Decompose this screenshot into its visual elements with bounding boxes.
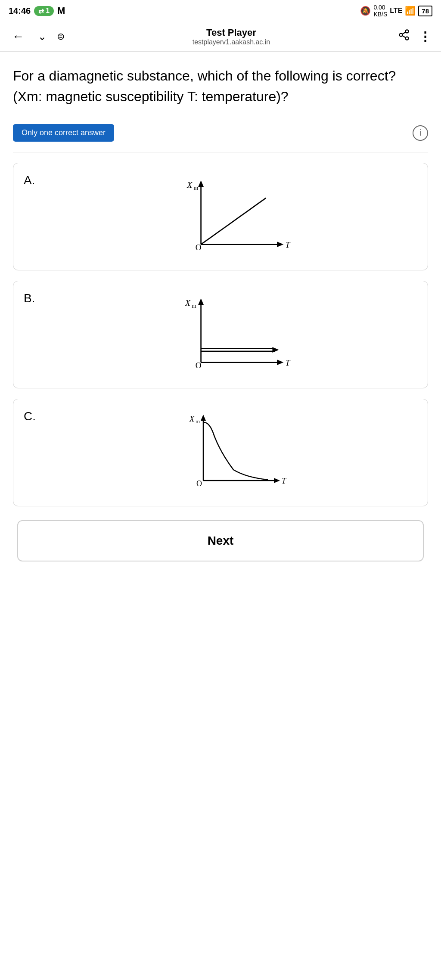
svg-text:m: m	[196, 418, 200, 425]
email-icon: M	[57, 5, 65, 16]
nav-title: Test Player	[206, 27, 256, 38]
status-bar: 14:46 ⇄ 1 M 🔕 0.00 KB/S LTE 📶 78	[0, 0, 441, 22]
battery-indicator: 78	[418, 6, 432, 16]
svg-text:O: O	[196, 243, 202, 252]
kb-label: 0.00 KB/S	[373, 4, 387, 18]
option-c-graph: X m T O	[50, 409, 417, 496]
svg-text:m: m	[192, 303, 196, 309]
graph-a: X m T O	[173, 174, 294, 260]
filter-icon[interactable]: ⊜	[57, 31, 65, 42]
svg-line-13	[201, 198, 266, 245]
signal-count: 1	[46, 7, 50, 15]
svg-line-4	[402, 32, 406, 34]
main-content: For a diamagnetic substance, which of th…	[0, 52, 441, 575]
svg-text:T: T	[282, 477, 287, 485]
options-container: A. X m T O	[13, 163, 428, 506]
status-left: 14:46 ⇄ 1 M	[9, 5, 65, 16]
network-type: LTE	[390, 7, 402, 15]
svg-line-3	[402, 36, 406, 38]
signal-bars-icon: 📶	[405, 6, 416, 16]
chevron-down-icon[interactable]: ⌄	[34, 29, 50, 44]
option-c-label: C.	[24, 409, 41, 423]
option-b-label: B.	[24, 292, 41, 305]
svg-point-0	[406, 30, 409, 33]
status-time: 14:46	[9, 6, 31, 16]
svg-marker-7	[198, 180, 204, 187]
svg-marker-27	[201, 415, 206, 421]
option-a-label: A.	[24, 174, 41, 187]
graph-c: X m T O	[173, 409, 294, 496]
svg-text:O: O	[196, 479, 202, 488]
svg-text:O: O	[196, 361, 202, 370]
answer-type-badge: Only one correct answer	[13, 124, 114, 142]
answer-type-row: Only one correct answer i	[13, 124, 428, 142]
option-b[interactable]: B. X m T O	[13, 281, 428, 388]
back-icon[interactable]: ←	[9, 28, 28, 45]
graph-b: X m T O	[173, 292, 294, 378]
svg-marker-8	[277, 242, 283, 247]
signal-icon: ⇄	[38, 7, 44, 15]
svg-text:X: X	[185, 298, 191, 307]
option-a[interactable]: A. X m T O	[13, 163, 428, 270]
svg-marker-28	[274, 478, 280, 483]
option-c[interactable]: C. X m T O	[13, 399, 428, 506]
nav-subtitle: testplayerv1.aakash.ac.in	[193, 38, 270, 46]
next-button-container: Next	[13, 520, 428, 561]
more-options-icon[interactable]: ⋮	[419, 29, 432, 44]
status-right: 🔕 0.00 KB/S LTE 📶 78	[360, 4, 432, 18]
mute-icon: 🔕	[360, 6, 371, 16]
svg-point-1	[400, 34, 403, 37]
svg-text:T: T	[286, 240, 291, 249]
svg-marker-17	[277, 360, 283, 365]
nav-bar: ← ⌄ ⊜ Test Player testplayerv1.aakash.ac…	[0, 22, 441, 52]
nav-right-icons: ⋮	[398, 29, 432, 44]
question-text: For a diamagnetic substance, which of th…	[13, 65, 428, 107]
share-icon[interactable]	[398, 29, 410, 44]
svg-point-2	[406, 37, 409, 40]
svg-text:T: T	[286, 358, 291, 367]
svg-text:m: m	[193, 185, 198, 191]
divider	[13, 152, 428, 152]
option-a-graph: X m T O	[50, 174, 417, 260]
next-button[interactable]: Next	[17, 520, 424, 561]
svg-text:X: X	[186, 180, 193, 189]
svg-marker-24	[272, 347, 279, 353]
option-b-graph: X m T O	[50, 292, 417, 378]
info-icon[interactable]: i	[413, 125, 428, 141]
svg-text:X: X	[189, 415, 195, 423]
svg-marker-16	[198, 298, 204, 305]
nav-title-section: Test Player testplayerv1.aakash.ac.in	[71, 27, 391, 46]
signal-badge: ⇄ 1	[34, 6, 54, 16]
